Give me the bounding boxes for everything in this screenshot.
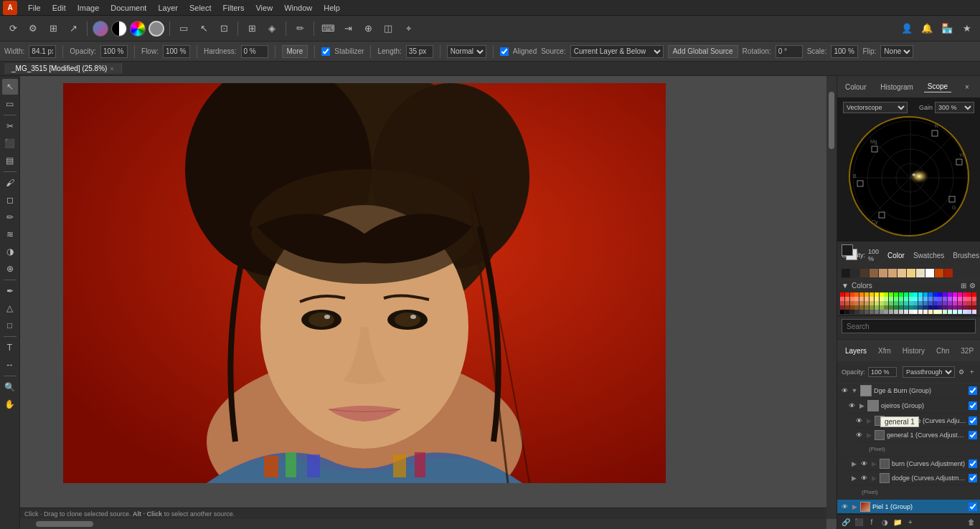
layer-row-general-dge[interactable]: 👁 ▶ general dge (Curves Adjust... (852, 414, 980, 428)
tool-brush[interactable]: 🖌 (2, 175, 18, 191)
color-cell[interactable] (894, 310, 898, 314)
recent-color-12[interactable] (944, 269, 953, 277)
color-cell[interactable] (904, 310, 908, 314)
color-cell[interactable] (859, 310, 864, 314)
recent-color-8[interactable] (907, 269, 915, 277)
layer-vis-dge-burn[interactable]: 👁 (840, 386, 849, 395)
layer-expand-dge-burn[interactable]: ▼ (851, 387, 858, 394)
menu-edit[interactable]: Edit (47, 2, 71, 14)
layer-mask-btn[interactable]: ⬛ (853, 516, 864, 528)
layer-vis-general-1[interactable]: 👁 (854, 431, 863, 439)
toolbar-extra2-btn[interactable]: ⇥ (339, 20, 357, 37)
toolbar-extra4-btn[interactable]: ◫ (380, 20, 397, 37)
layer-vis-burn[interactable]: 👁 (859, 459, 868, 468)
source-select[interactable]: Current Layer & Below (570, 45, 664, 58)
layer-expand-piel-1[interactable]: ▶ (851, 503, 858, 510)
toolbar-star-btn[interactable]: ★ (958, 20, 976, 37)
layer-row-ojeiros[interactable]: 👁 ▶ ojeiros (Group) (844, 399, 980, 414)
color-cell[interactable] (913, 310, 918, 314)
menu-help[interactable]: Help (319, 2, 345, 14)
xfm-tab[interactable]: Xfm (875, 345, 895, 356)
layer-vis-ojeiros[interactable]: 👁 (847, 401, 856, 410)
color-cell[interactable] (953, 310, 957, 314)
color-cell[interactable] (943, 310, 947, 314)
layer-row-burn[interactable]: ▶ 👁 ▶ burn (Curves Adjustment) (844, 457, 980, 471)
layer-check-piel-1[interactable] (969, 502, 977, 511)
layer-vis-piel-1[interactable]: 👁 (840, 502, 849, 511)
scope-tab-colour[interactable]: Colour (842, 82, 870, 92)
document-tab[interactable]: _MG_3515 [Modified] (25.8%) × (4, 63, 122, 74)
tab-swatches[interactable]: Swatches (910, 250, 947, 261)
width-input[interactable] (29, 45, 56, 58)
horizontal-scrollbar[interactable] (20, 519, 826, 529)
layers-tab[interactable]: Layers (842, 345, 870, 356)
layer-new-btn[interactable]: + (905, 516, 916, 528)
tool-burn[interactable]: ◑ (2, 244, 18, 259)
layer-group-btn[interactable]: 📁 (892, 516, 903, 528)
history-tab[interactable]: History (899, 345, 928, 356)
layer-check-general-1[interactable] (969, 431, 977, 439)
menu-file[interactable]: File (23, 2, 46, 14)
tool-smudge[interactable]: ≋ (2, 227, 18, 242)
opacity-input[interactable] (100, 45, 128, 58)
color-cell[interactable] (850, 310, 854, 314)
tool-hand[interactable]: ✋ (2, 396, 18, 412)
color-cell[interactable] (880, 310, 884, 314)
layer-row-piel-1[interactable]: 👁 ▶ Piel 1 (Group) (837, 500, 980, 514)
recent-color-2[interactable] (851, 269, 859, 277)
more-button[interactable]: More (282, 45, 308, 58)
tool-eraser[interactable]: ◻ (2, 192, 18, 208)
layer-row-dodge[interactable]: ▶ 👁 ▶ dodge (Curves Adjustment) (844, 471, 980, 485)
layer-check-ojeiros[interactable] (969, 401, 977, 410)
recent-color-10[interactable] (925, 269, 934, 277)
color-cell[interactable] (854, 310, 859, 314)
recent-color-7[interactable] (897, 269, 906, 277)
toolbar-grid2-btn[interactable]: ⊞ (243, 20, 260, 37)
layer-adj-btn[interactable]: ◑ (879, 516, 890, 528)
tab-brushes[interactable]: Brushes (950, 250, 980, 261)
color-cell[interactable] (948, 310, 952, 314)
color-cell[interactable] (845, 310, 849, 314)
tool-gradient[interactable]: ▤ (2, 153, 18, 168)
length-input[interactable] (406, 45, 433, 58)
blend-mode-select[interactable]: Passthrough (903, 366, 955, 378)
color-cell[interactable] (889, 310, 893, 314)
tool-move[interactable]: ↖ (2, 79, 18, 95)
gain-select[interactable]: 300 % (935, 102, 974, 113)
recent-color-1[interactable] (842, 269, 850, 277)
toolbar-bw-btn[interactable] (111, 21, 127, 37)
32p-tab[interactable]: 32P (957, 345, 977, 356)
layer-row-general-1[interactable]: 👁 ▶ general 1 (Curves Adjustme... genera… (852, 428, 980, 442)
menu-document[interactable]: Document (105, 2, 151, 14)
recent-color-9[interactable] (916, 269, 925, 277)
hardness-input[interactable] (241, 45, 268, 58)
layer-expand-general-dge[interactable]: ▶ (865, 417, 872, 424)
hscroll-thumb[interactable] (36, 521, 93, 527)
toolbar-color-picker[interactable] (130, 21, 146, 37)
tool-pen[interactable]: ✒ (2, 283, 18, 299)
vscroll-thumb[interactable] (829, 92, 834, 149)
color-cell[interactable] (909, 310, 913, 314)
color-cell[interactable] (840, 310, 844, 314)
layer-check-dodge[interactable] (969, 474, 977, 482)
toolbar-extra3-btn[interactable]: ⊕ (359, 20, 377, 37)
layer-link-btn[interactable]: 🔗 (840, 516, 852, 528)
color-cell[interactable] (933, 310, 938, 314)
toolbar-profile-btn[interactable]: 👤 (898, 20, 915, 37)
layer-expand-ojeiros[interactable]: ▶ (858, 402, 865, 409)
recent-color-5[interactable] (879, 269, 887, 277)
toolbar-brush-btn[interactable]: ✏ (291, 20, 308, 37)
color-cell[interactable] (875, 310, 879, 314)
layer-expand-general-1[interactable]: ▶ (865, 432, 872, 439)
layer-add-btn[interactable]: + (969, 363, 976, 381)
toolbar-crop-btn[interactable]: ⊡ (215, 20, 232, 37)
menu-window[interactable]: Window (279, 2, 317, 14)
toolbar-new-btn[interactable]: ⟳ (4, 20, 22, 37)
scope-tab-histogram[interactable]: Histogram (877, 82, 917, 92)
add-global-source-btn[interactable]: Add Global Source (668, 45, 738, 58)
color-cell[interactable] (918, 310, 923, 314)
mode-select[interactable]: Normal (447, 45, 486, 58)
stabilizer-checkbox[interactable] (321, 47, 330, 56)
scale-input[interactable] (831, 45, 858, 58)
layer-expand-burn[interactable]: ▶ (870, 460, 877, 467)
